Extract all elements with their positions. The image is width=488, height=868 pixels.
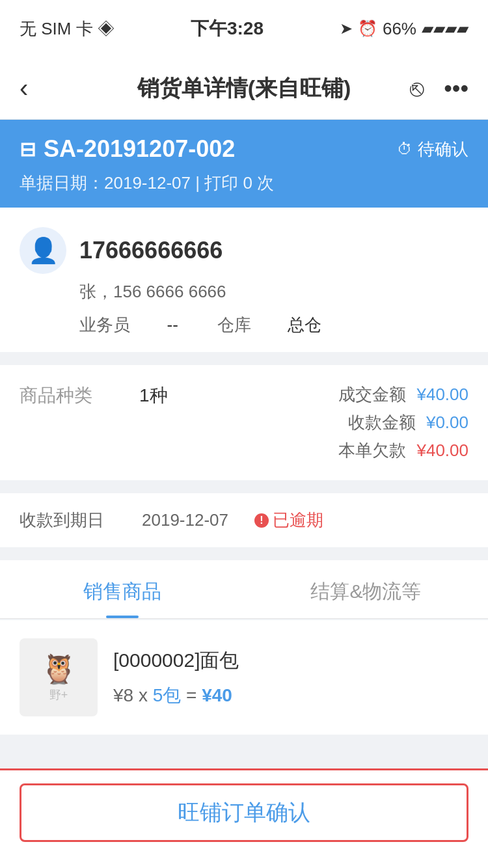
product-name: [0000002]面包	[113, 647, 468, 674]
salesperson-label: 业务员	[79, 315, 130, 334]
nav-title: 销货单详情(来自旺铺)	[137, 74, 351, 103]
payment-amount-row: 收款金额 ¥0.00	[348, 411, 468, 434]
summary-card: 商品种类 1种 成交金额 ¥40.00 收款金额 ¥0.00 本单欠款 ¥40.…	[0, 365, 488, 480]
customer-meta: 业务员 -- 仓库 总仓	[79, 314, 468, 336]
tab-settlement[interactable]: 结算&物流等	[244, 560, 488, 618]
payment-value: ¥0.00	[426, 413, 468, 433]
tab-settlement-label: 结算&物流等	[310, 580, 421, 602]
back-button[interactable]: ‹	[20, 74, 41, 103]
status-bar: 无 SIM 卡 ◈ 下午3:28 ➤ ⏰ 66% ▰▰▰▰	[0, 0, 488, 57]
overdue-badge: ! 已逾期	[254, 509, 323, 532]
tab-sales-products[interactable]: 销售商品	[0, 560, 244, 618]
type-value: 1种	[139, 383, 168, 408]
due-date-card: 收款到期日 2019-12-07 ! 已逾期	[0, 493, 488, 547]
warehouse-value: 总仓	[288, 315, 321, 334]
battery-level: 66%	[383, 19, 416, 39]
product-price-row: ¥8 x 5包 = ¥40	[113, 683, 468, 708]
salesperson-field: 业务员 --	[79, 314, 178, 336]
battery-icon: ▰▰▰▰	[422, 20, 468, 38]
product-total: ¥40	[202, 685, 232, 705]
warehouse-label: 仓库	[217, 315, 251, 334]
multiply-sign: x	[139, 685, 153, 705]
product-logo-text: 野+	[49, 687, 68, 703]
product-details: [0000002]面包 ¥8 x 5包 = ¥40	[113, 647, 468, 708]
alarm-icon: ⏰	[358, 20, 377, 38]
sim-text: 无 SIM 卡 ◈	[20, 18, 115, 40]
status-right: ➤ ⏰ 66% ▰▰▰▰	[340, 19, 468, 39]
type-label: 商品种类	[20, 383, 92, 408]
nav-bar: ‹ 销货单详情(来自旺铺) ⎋ •••	[0, 57, 488, 120]
status-left: 无 SIM 卡 ◈	[20, 18, 115, 40]
due-date-value: 2019-12-07	[142, 510, 228, 530]
product-item: 🦉 野+ [0000002]面包 ¥8 x 5包 = ¥40	[0, 620, 488, 735]
share-icon[interactable]: ⎋	[410, 75, 424, 102]
status-text: 待确认	[418, 138, 468, 161]
order-id: ⊟ SA-20191207-002	[20, 135, 235, 163]
product-title: 面包	[200, 649, 239, 671]
overdue-text: 已逾期	[273, 509, 323, 532]
tab-sales-label: 销售商品	[83, 580, 161, 602]
due-date-label: 收款到期日	[20, 509, 104, 532]
person-icon: 👤	[28, 236, 59, 265]
confirm-order-button[interactable]: 旺铺订单确认	[20, 783, 468, 842]
bottom-bar: 旺铺订单确认	[0, 768, 488, 868]
equals-sign: =	[186, 685, 202, 705]
product-unit-price: ¥8	[113, 685, 133, 705]
product-list: 🦉 野+ [0000002]面包 ¥8 x 5包 = ¥40	[0, 620, 488, 735]
product-code: [0000002]	[113, 649, 200, 671]
customer-card: 👤 17666666666 张，156 6666 6666 业务员 -- 仓库 …	[0, 208, 488, 352]
deal-amount-row: 成交金额 ¥40.00	[338, 383, 468, 406]
amounts: 成交金额 ¥40.00 收款金额 ¥0.00 本单欠款 ¥40.00	[338, 383, 468, 462]
product-logo-icon: 🦉	[41, 652, 77, 686]
status-time: 下午3:28	[191, 16, 264, 41]
debt-value: ¥40.00	[416, 441, 468, 461]
salesperson-value: --	[167, 315, 178, 334]
avatar: 👤	[20, 227, 66, 274]
customer-name: 张，156 6666 6666	[79, 280, 468, 303]
status-badge: ⏱ 待确认	[397, 138, 468, 161]
product-thumbnail: 🦉 野+	[20, 638, 98, 716]
payment-label: 收款金额	[348, 411, 416, 434]
tabs: 销售商品 结算&物流等	[0, 560, 488, 619]
warehouse-field: 仓库 总仓	[217, 314, 321, 336]
customer-phone: 17666666666	[79, 237, 223, 264]
debt-amount-row: 本单欠款 ¥40.00	[338, 439, 468, 462]
product-quantity: 5包	[153, 685, 182, 705]
order-id-text: SA-20191207-002	[44, 135, 235, 163]
order-header-card: ⊟ SA-20191207-002 ⏱ 待确认 单据日期：2019-12-07 …	[0, 120, 488, 208]
debt-label: 本单欠款	[338, 439, 406, 462]
clock-icon: ⏱	[397, 140, 413, 158]
location-icon: ➤	[340, 20, 353, 38]
more-icon[interactable]: •••	[444, 75, 468, 102]
deal-label: 成交金额	[338, 383, 406, 406]
nav-actions: ⎋ •••	[410, 75, 468, 102]
product-type: 商品种类 1种	[20, 383, 168, 408]
deal-value: ¥40.00	[416, 385, 468, 405]
order-icon: ⊟	[20, 138, 36, 161]
overdue-icon: !	[254, 513, 269, 528]
order-date: 单据日期：2019-12-07 | 打印 0 次	[20, 172, 468, 195]
